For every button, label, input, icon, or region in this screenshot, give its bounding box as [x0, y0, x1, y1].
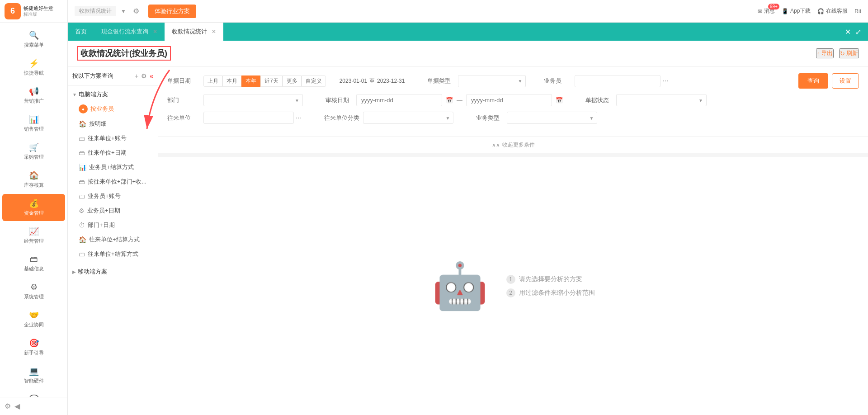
- newbie-icon: 🎯: [29, 338, 39, 348]
- app-download-button[interactable]: 📱 App下载: [782, 7, 811, 15]
- collapse-bar[interactable]: ∧∧ 收起更多条件: [158, 136, 868, 153]
- gear-icon[interactable]: ⚙: [133, 7, 139, 15]
- query-button[interactable]: 查询: [798, 73, 828, 89]
- scheme-label-salesperson-account: 业务员+账号: [88, 192, 121, 200]
- tab-receipt-stats[interactable]: 收款情况统计 ✕: [165, 23, 223, 41]
- sidebar-item-quicknav[interactable]: ⚡ 快捷导航: [2, 54, 65, 81]
- sidebar-item-operation[interactable]: 📈 经营管理: [2, 222, 65, 249]
- mobile-group-header[interactable]: ▶ 移动端方案: [68, 265, 158, 278]
- scheme-item-salesperson-date[interactable]: ⚙ 业务员+日期: [68, 203, 158, 218]
- partner-input[interactable]: [203, 112, 294, 124]
- empty-tips: 1 请先选择要分析的方案 2 用过滤条件来缩小分析范围: [506, 275, 595, 297]
- scheme-settings-icon[interactable]: ⚙: [141, 72, 147, 80]
- tab-bank-flow[interactable]: 现金银行流水查询 ✕: [94, 23, 165, 41]
- sidebar-item-hardware[interactable]: 💻 智能硬件: [2, 362, 65, 389]
- date-tab-this-month[interactable]: 本月: [222, 75, 241, 87]
- page-content: 收款情况统计(按业务员) ↑ 导出 ↻ 刷新 按以下方案查询 +: [68, 41, 868, 415]
- scheme-item-dept-date[interactable]: ⏱ 部门+日期: [68, 218, 158, 232]
- sidebar-item-search[interactable]: 🔍 搜索菜单: [2, 26, 65, 53]
- pc-group-header[interactable]: ▼ 电脑端方案: [68, 88, 158, 101]
- user-name[interactable]: Rit: [854, 8, 861, 14]
- biz-type-select[interactable]: [507, 112, 597, 124]
- partner-input-wrap: ···: [203, 112, 302, 124]
- voucher-type-select[interactable]: [458, 75, 526, 87]
- date-tab-last-month[interactable]: 上月: [203, 75, 222, 87]
- scheme-item-partner-date[interactable]: 🗃 往来单位+日期: [68, 146, 158, 160]
- calendar-start-icon[interactable]: 📅: [446, 97, 453, 104]
- export-button[interactable]: ↑ 导出: [816, 48, 834, 58]
- voucher-status-select[interactable]: [616, 94, 707, 106]
- window-close-icon[interactable]: ✕: [845, 28, 851, 36]
- date-tab-7days[interactable]: 近7天: [260, 75, 283, 87]
- online-service-button[interactable]: 🎧 在线客服: [817, 7, 848, 15]
- tip-text-2: 用过滤条件来缩小分析范围: [519, 289, 595, 297]
- scheme-item-partner-dept[interactable]: 🗃 按往来单位+部门+收...: [68, 174, 158, 189]
- scheme-item-partner-account[interactable]: 🗃 往来单位+账号: [68, 131, 158, 146]
- left-panel-icons: + ⚙ «: [135, 72, 153, 80]
- tab-close-receipt[interactable]: ✕: [212, 28, 216, 35]
- scheme-item-salesperson-settle[interactable]: 📊 业务员+结算方式: [68, 160, 158, 174]
- partner-category-wrap: 往来单位分类: [324, 112, 453, 124]
- date-tab-this-year[interactable]: 本年: [241, 75, 260, 87]
- partner-settle2-icon: 🗃: [79, 250, 85, 258]
- phone-icon: 📱: [782, 8, 788, 14]
- date-tab-more[interactable]: 更多: [283, 75, 302, 87]
- sidebar-item-inventory[interactable]: 🏠 库存核算: [2, 166, 65, 193]
- voucher-type-wrap: 单据类型: [427, 75, 526, 87]
- scheme-item-detail[interactable]: 🏠 按明细: [68, 117, 158, 131]
- left-panel-title: 按以下方案查询: [72, 72, 132, 80]
- sidebar-item-corp[interactable]: 🤝 企业协同: [2, 306, 65, 333]
- refresh-button[interactable]: ↻ 刷新: [839, 48, 859, 58]
- calendar-end-icon[interactable]: 📅: [556, 97, 563, 104]
- partner-more-icon[interactable]: ···: [296, 114, 302, 122]
- date-tab-custom[interactable]: 自定义: [302, 75, 326, 87]
- sidebar-item-sales[interactable]: 📊 销售管理: [2, 110, 65, 137]
- sidebar-item-system[interactable]: ⚙ 系统管理: [2, 278, 65, 305]
- header-right: ✉ 消息 99+ 📱 App下载 🎧 在线客服 Rit: [758, 7, 861, 15]
- dept-date-icon: ⏱: [79, 222, 85, 229]
- add-scheme-icon[interactable]: +: [135, 72, 138, 80]
- sidebar-item-marketing[interactable]: 📢 营销推广: [2, 82, 65, 109]
- scheme-item-salesperson-account[interactable]: 🗃 业务员+账号: [68, 189, 158, 203]
- collapse-bottom-icon[interactable]: ◀: [14, 402, 20, 410]
- sidebar-item-finance[interactable]: 💰 资金管理: [2, 194, 65, 221]
- finance-icon: 💰: [29, 198, 39, 208]
- audit-end-input[interactable]: [466, 94, 552, 106]
- date-range: 2023-01-01 至 2023-12-31: [340, 77, 405, 85]
- scheme-item-salesperson[interactable]: ● 按业务员: [68, 101, 158, 117]
- collapse-bar-label: 收起更多条件: [502, 141, 535, 149]
- empty-tip-1: 1 请先选择要分析的方案: [506, 275, 595, 284]
- filter-row-2: 部门 审核日期 📅 — 📅: [167, 94, 859, 106]
- expand-arrow-icon: ▼: [72, 92, 77, 97]
- trial-button[interactable]: 体验行业方案: [148, 5, 196, 18]
- window-expand-icon[interactable]: ⤢: [855, 28, 861, 36]
- dept-select[interactable]: [203, 94, 303, 106]
- chevron-down-icon[interactable]: ▼: [121, 8, 126, 14]
- sidebar-item-purchase[interactable]: 🛒 采购管理: [2, 138, 65, 165]
- scheme-item-partner-settle[interactable]: 🏠 往来单位+结算方式: [68, 232, 158, 247]
- tab-home[interactable]: 首页: [68, 28, 94, 36]
- audit-date-wrap: 审核日期 📅 — 📅: [326, 94, 563, 106]
- partner-category-select[interactable]: [363, 112, 453, 124]
- voucher-status-wrap: 单据状态: [585, 94, 707, 106]
- settings-bottom-icon[interactable]: ⚙: [5, 402, 11, 410]
- salesperson-input[interactable]: [575, 75, 660, 87]
- filter-settings-button[interactable]: 设置: [832, 73, 859, 89]
- collapse-panel-icon[interactable]: «: [150, 72, 153, 80]
- audit-start-input[interactable]: [356, 94, 442, 106]
- sidebar-item-newbie[interactable]: 🎯 新手引导: [2, 334, 65, 361]
- empty-tip-2: 2 用过滤条件来缩小分析范围: [506, 288, 595, 297]
- corp-icon: 🤝: [29, 310, 39, 320]
- salesperson-more-icon[interactable]: ···: [662, 77, 668, 85]
- filter-row-3: 往来单位 ··· 往来单位分类: [167, 112, 859, 124]
- sidebar-item-wechat[interactable]: 💬 企业微信: [2, 390, 65, 397]
- pc-group-label: 电脑端方案: [79, 90, 108, 99]
- date-label: 单据日期: [167, 77, 194, 85]
- tab-close-bank[interactable]: ✕: [153, 28, 157, 35]
- filter-panel: 单据日期 上月 本月 本年 近7天 更多 自定义 2023-01-01 至: [158, 66, 868, 136]
- sidebar-item-basic[interactable]: 🗃 基础信息: [2, 250, 65, 277]
- message-button[interactable]: ✉ 消息 99+: [758, 7, 775, 15]
- sidebar-label-search: 搜索菜单: [24, 42, 44, 48]
- scheme-item-partner-settle2[interactable]: 🗃 往来单位+结算方式: [68, 247, 158, 261]
- mobile-scheme-group: ▶ 移动端方案: [68, 263, 158, 280]
